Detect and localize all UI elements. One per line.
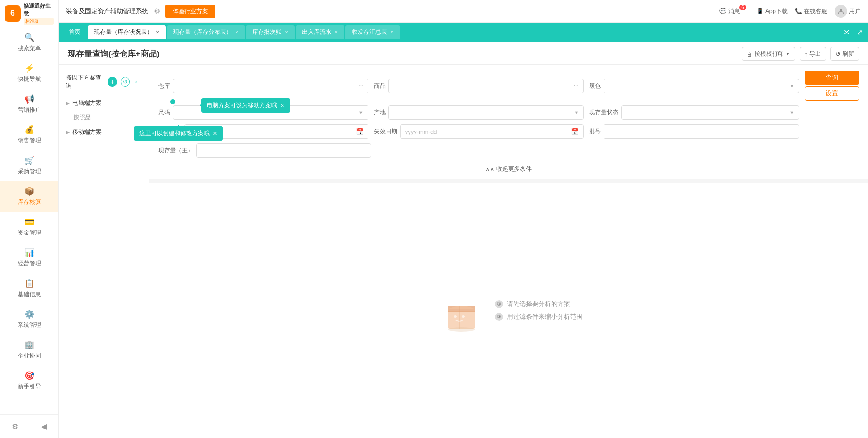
warehouse-select[interactable]: ⋯ xyxy=(173,79,368,93)
add-scheme-btn[interactable]: + xyxy=(108,77,117,87)
filter-group-expire-date: 失效日期 yyyy-mm-dd 📅 xyxy=(374,124,584,139)
sidebar-collapse-btn[interactable]: ◀ xyxy=(38,419,49,433)
sidebar-item-marketing[interactable]: 📢 营销推广 xyxy=(0,89,58,119)
refresh-icon: ↺ xyxy=(835,51,840,57)
scheme-tooltip-close[interactable]: ✕ xyxy=(280,102,285,109)
expire-date-input[interactable]: yyyy-mm-dd 📅 xyxy=(400,124,584,139)
topbar-settings-icon[interactable]: ⚙ xyxy=(154,7,160,15)
svg-rect-1 xyxy=(448,311,475,329)
tabbar: 首页 现存量（库存状况表） ✕ 现存量（库存分布表） ✕ 库存批次账 ✕ 出入库… xyxy=(59,23,868,42)
produce-date-calendar-icon: 📅 xyxy=(356,128,363,135)
tab-close-inventory-status[interactable]: ✕ xyxy=(156,29,160,35)
right-content: 仓库 ⋯ 商品 ⋯ xyxy=(149,65,868,438)
tab-home[interactable]: 首页 xyxy=(62,25,87,39)
body-area: 按以下方案查询 + ↺ ← ▶ 电脑端方案 按照品 ▶ xyxy=(59,65,868,438)
filter-fields: 仓库 ⋯ 商品 ⋯ xyxy=(149,65,868,179)
sidebar-item-purchase[interactable]: 🛒 采购管理 xyxy=(0,150,58,181)
tab-close-batch[interactable]: ✕ xyxy=(284,29,288,35)
support-icon: 📞 xyxy=(795,8,802,14)
dot-indicator xyxy=(170,99,175,104)
empty-state: ① 请先选择要分析的方案 ② 用过滤条件来缩小分析范围 xyxy=(434,286,583,335)
user-btn[interactable]: 用户 xyxy=(835,5,861,18)
filter-row-3: 生产日期 yyyy-mm-dd 📅 失效日期 yyyy-mm-dd 📅 xyxy=(158,124,859,139)
purchase-icon: 🛒 xyxy=(24,155,34,165)
size-label: 尺码 xyxy=(158,108,170,117)
tab-inventory-status[interactable]: 现存量（库存状况表） ✕ xyxy=(88,25,166,39)
sidebar-item-sales[interactable]: 💰 销售管理 xyxy=(0,119,58,150)
enterprise-icon: 🏢 xyxy=(24,340,34,350)
svg-point-6 xyxy=(448,327,475,332)
query-btn[interactable]: 查询 xyxy=(805,71,859,85)
support-btn[interactable]: 📞 在线客服 xyxy=(795,7,827,15)
product-label: 商品 xyxy=(374,82,386,90)
status-dropdown-icon: ▼ xyxy=(789,110,794,115)
search-icon: 🔍 xyxy=(24,33,34,42)
logo-icon: 6 xyxy=(5,5,21,22)
product-select[interactable]: ⋯ xyxy=(388,79,584,93)
sidebar-item-system[interactable]: ⚙️ 系统管理 xyxy=(0,304,58,334)
refresh-scheme-btn[interactable]: ↺ xyxy=(121,77,130,87)
tab-inventory-dist[interactable]: 现存量（库存分布表） ✕ xyxy=(167,25,245,39)
tab-close-receivable[interactable]: ✕ xyxy=(390,29,394,35)
warehouse-label: 仓库 xyxy=(158,82,170,90)
settings-btn[interactable]: 设置 xyxy=(805,86,859,101)
inventory-icon: 📦 xyxy=(24,186,34,196)
collapse-row: ∧∧ 收起更多条件 xyxy=(158,162,859,175)
origin-select[interactable]: ▼ xyxy=(388,105,584,120)
create-tooltip: 这里可以创建和修改方案哦 ✕ xyxy=(134,126,223,141)
main-area: 装备及固定资产辅助管理系统 ⚙ 体验行业方案 💬 消息 6 📱 App下载 📞 … xyxy=(59,0,868,438)
scheme-item-by-product[interactable]: 按照品 xyxy=(59,111,149,124)
scheme-item-desktop[interactable]: ▶ 电脑端方案 xyxy=(59,95,149,111)
refresh-btn[interactable]: ↺ 刷新 xyxy=(830,47,859,61)
back-scheme-btn[interactable]: ← xyxy=(133,77,142,87)
collapse-up-icon: ∧∧ xyxy=(486,166,495,173)
filter-group-origin: 产地 ▼ xyxy=(374,105,584,120)
tab-close-inventory-dist[interactable]: ✕ xyxy=(235,29,239,35)
tab-close-inout[interactable]: ✕ xyxy=(334,29,338,35)
qty-from-input[interactable] xyxy=(201,147,277,154)
page-header: 现存量查询(按仓库+商品) 🖨 按模板打印 ▼ ↑ 导出 ↺ 刷新 xyxy=(59,42,868,65)
qty-label: 现存量（主） xyxy=(158,146,193,155)
sidebar-settings-btn[interactable]: ⚙ xyxy=(9,419,21,433)
app-download-btn[interactable]: 📱 App下载 xyxy=(756,7,788,15)
batch-input[interactable] xyxy=(604,124,799,139)
warehouse-dropdown-icon: ⋯ xyxy=(359,83,363,89)
tab-receivable[interactable]: 收发存汇总表 ✕ xyxy=(345,25,400,39)
sidebar-item-quick[interactable]: ⚡ 快捷导航 xyxy=(0,58,58,89)
collapse-btn[interactable]: ∧∧ 收起更多条件 xyxy=(486,165,532,173)
create-tooltip-close[interactable]: ✕ xyxy=(212,130,217,137)
topbar-left: 装备及固定资产辅助管理系统 ⚙ 体验行业方案 xyxy=(66,5,215,18)
sidebar-item-inventory[interactable]: 📦 库存核算 xyxy=(0,181,58,212)
filter-label-row: 按以下方案查询 + ↺ ← xyxy=(59,69,149,94)
color-select[interactable]: ▼ xyxy=(604,79,799,93)
origin-label: 产地 xyxy=(374,108,386,117)
export-btn[interactable]: ↑ 导出 xyxy=(800,47,826,61)
message-btn[interactable]: 💬 消息 6 xyxy=(719,7,749,15)
avatar xyxy=(835,5,847,18)
sidebar-item-search[interactable]: 🔍 搜索菜单 xyxy=(0,27,58,58)
step-1: ① xyxy=(495,300,503,308)
filter-row-4: 现存量（主） — xyxy=(158,143,859,158)
industry-btn[interactable]: 体验行业方案 xyxy=(165,5,215,18)
query-btn-group: 查询 设置 xyxy=(805,71,859,101)
batch-label: 批号 xyxy=(589,127,601,136)
expire-date-label: 失效日期 xyxy=(374,127,397,136)
tab-close-all-icon[interactable]: ✕ xyxy=(842,26,851,38)
sidebar-item-enterprise[interactable]: 🏢 企业协同 xyxy=(0,334,58,365)
tab-inout[interactable]: 出入库流水 ✕ xyxy=(296,25,344,39)
tab-maximize-icon[interactable]: ⤢ xyxy=(855,26,864,38)
empty-illustration xyxy=(434,286,484,335)
tab-batch[interactable]: 库存批次账 ✕ xyxy=(246,25,295,39)
status-select[interactable]: ▼ xyxy=(621,105,799,120)
empty-tip-1: ① 请先选择要分析的方案 xyxy=(495,300,583,308)
sidebar-item-base[interactable]: 📋 基础信息 xyxy=(0,273,58,304)
filter-label: 按以下方案查询 xyxy=(66,74,104,90)
data-area: ① 请先选择要分析的方案 ② 用过滤条件来缩小分析范围 xyxy=(149,183,868,438)
sidebar-item-finance[interactable]: 💳 资金管理 xyxy=(0,212,58,242)
step-2: ② xyxy=(495,313,503,321)
sidebar-item-guide[interactable]: 🎯 新手引导 xyxy=(0,365,58,396)
template-print-btn[interactable]: 🖨 按模板打印 ▼ xyxy=(742,47,795,61)
page-title: 现存量查询(按仓库+商品) xyxy=(68,48,160,59)
sidebar-item-operations[interactable]: 📊 经营管理 xyxy=(0,242,58,273)
qty-to-input[interactable] xyxy=(290,147,366,154)
